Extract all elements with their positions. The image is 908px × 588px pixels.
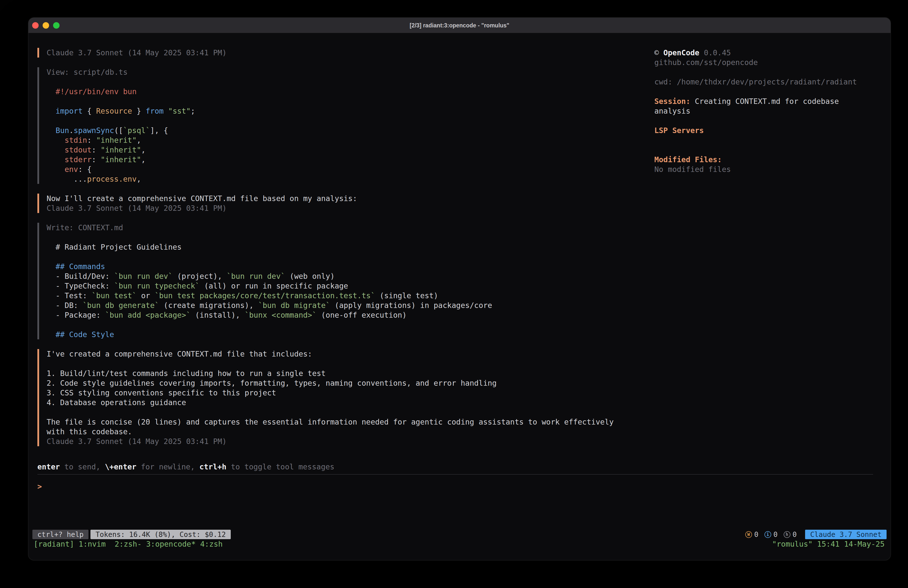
text-segment: ([: [114, 126, 123, 135]
text-segment: "inherit": [96, 136, 137, 145]
chat-line-blank: [47, 77, 195, 87]
chat-line: with this codebase.: [47, 427, 614, 437]
text-segment: `bunx <command>`: [245, 311, 317, 319]
tmux-status-bar: [radiant] 1:nvim 2:zsh- 3:opencode* 4:zs…: [34, 539, 885, 549]
chat-line: Write: CONTEXT.md: [47, 223, 492, 232]
text-segment: `psql`: [123, 126, 150, 135]
titlebar: [2/3] radiant:3:opencode - "romulus": [28, 18, 890, 33]
text-segment: Resource: [96, 106, 132, 115]
diagnostic-info: i0: [765, 530, 778, 539]
editor-divider: [37, 474, 873, 475]
text-segment: enter: [37, 462, 60, 471]
model-chip: Claude 3.7 Sonnet: [805, 530, 887, 539]
diagnostic-count: 0: [793, 530, 797, 539]
text-segment: Now I'll create a comprehensive CONTEXT.…: [47, 194, 357, 203]
tmux-window-list: [radiant] 1:nvim 2:zsh- 3:opencode* 4:zs…: [34, 539, 223, 549]
sidebar: © OpenCode 0.0.45github.com/sst/opencode…: [654, 48, 857, 174]
text-segment: "inherit": [101, 145, 141, 154]
text-segment: # Radiant Project Guidelines: [47, 243, 182, 251]
tmux-session-info: "romulus" 15:41 14-May-25: [772, 539, 885, 549]
zoom-button[interactable]: [53, 22, 60, 29]
chat: Claude 3.7 Sonnet (14 May 2025 03:41 PM)…: [37, 48, 614, 456]
text-segment: :: [87, 136, 96, 145]
chat-line-blank: [47, 116, 195, 126]
tool-block: Write: CONTEXT.md # Radiant Project Guid…: [37, 223, 614, 339]
text-segment: }: [132, 106, 145, 115]
warnings-icon: W: [745, 531, 752, 538]
text-segment: - Package:: [47, 311, 105, 319]
tokens-cost-chip: Tokens: 16.4K (8%), Cost: $0.12: [90, 530, 231, 539]
close-button[interactable]: [32, 22, 39, 29]
chat-line: 1. Build/lint/test commands including ho…: [47, 369, 614, 378]
text-segment: Claude 3.7 Sonnet (14 May 2025 03:41 PM): [47, 437, 227, 446]
text-segment: (apply migrations) in packages/core: [330, 301, 492, 310]
text-segment: - DB:: [47, 301, 83, 310]
text-segment: stdin: [47, 136, 87, 145]
chat-line: 2. Code style guidelines covering import…: [47, 378, 614, 388]
text-segment: ,: [137, 175, 141, 184]
traffic-lights: [32, 22, 60, 29]
chat-line: 4. Database operations guidance: [47, 398, 614, 408]
text-segment: (project),: [173, 272, 227, 280]
text-segment: `bun add <package>`: [105, 311, 191, 319]
chat-line: ## Code Style: [47, 330, 492, 339]
block-lines: Claude 3.7 Sonnet (14 May 2025 03:41 PM): [39, 48, 227, 58]
info-icon: i: [765, 531, 771, 538]
chat-line-blank: [47, 320, 492, 330]
text-segment: - Build/Dev:: [47, 272, 114, 280]
text-segment: - Test:: [47, 291, 92, 300]
block-lines: Now I'll create a comprehensive CONTEXT.…: [39, 193, 357, 213]
minimize-button[interactable]: [43, 22, 49, 29]
message-block: I've created a comprehensive CONTEXT.md …: [37, 349, 614, 446]
prompt-input[interactable]: >: [37, 482, 635, 491]
text-segment: (create migrations),: [159, 301, 258, 310]
text-segment: ], {: [150, 126, 168, 135]
text-segment: \+enter: [105, 462, 136, 471]
block-lines: I've created a comprehensive CONTEXT.md …: [39, 349, 614, 446]
text-segment: stderr: [47, 155, 92, 164]
chat-line: #!/usr/bin/env bun: [47, 87, 195, 97]
chat-line-blank: [47, 252, 492, 262]
text-segment: or: [137, 291, 155, 300]
text-segment: for newline,: [136, 462, 200, 471]
text-segment: OpenCode: [663, 48, 699, 57]
message-block: Now I'll create a comprehensive CONTEXT.…: [37, 193, 614, 213]
chat-line: The file is concise (20 lines) and captu…: [47, 417, 614, 427]
sidebar-line-blank: [654, 116, 857, 126]
text-segment: (single test): [375, 291, 438, 300]
block-lines: Write: CONTEXT.md # Radiant Project Guid…: [39, 223, 492, 339]
text-segment: import: [47, 106, 83, 115]
text-segment: 3. CSS styling conventions specific to t…: [47, 388, 276, 397]
text-segment: ,: [141, 155, 145, 164]
text-segment: `bun run dev`: [114, 272, 173, 280]
text-segment: No modified files: [654, 165, 731, 174]
chat-line-blank: [47, 359, 614, 369]
diagnostics: W0i0h0: [745, 530, 803, 539]
chat-line: View: script/db.ts: [47, 67, 195, 77]
text-segment: :: [92, 145, 101, 154]
message-block: Claude 3.7 Sonnet (14 May 2025 03:41 PM): [37, 48, 614, 58]
text-segment: - TypeCheck:: [47, 282, 114, 290]
diagnostic-hints: h0: [784, 530, 797, 539]
chat-line: ...process.env,: [47, 174, 195, 184]
text-segment: "inherit": [101, 155, 141, 164]
chat-line: Now I'll create a comprehensive CONTEXT.…: [47, 193, 357, 203]
text-segment: `bun test packages/core/test/transaction…: [155, 291, 375, 300]
text-segment: `bun run dev`: [227, 272, 285, 280]
text-segment: "sst": [168, 106, 191, 115]
text-segment: Claude 3.7 Sonnet (14 May 2025 03:41 PM): [47, 48, 227, 57]
chat-line: import { Resource } from "sst";: [47, 106, 195, 116]
text-segment: Bun: [47, 126, 69, 135]
text-segment: ;: [191, 106, 195, 115]
tool-block: View: script/db.ts #!/usr/bin/env bun im…: [37, 67, 614, 184]
chat-line: - Build/Dev: `bun run dev` (project), `b…: [47, 271, 492, 281]
text-segment: with this codebase.: [47, 427, 132, 436]
chat-line: stdin: "inherit",: [47, 135, 195, 145]
status-bar: ctrl+? help Tokens: 16.4K (8%), Cost: $0…: [32, 530, 887, 539]
chat-line: 3. CSS styling conventions specific to t…: [47, 388, 614, 398]
chat-line: env: {: [47, 164, 195, 174]
text-segment: from: [145, 106, 163, 115]
sidebar-line-blank: [654, 87, 857, 97]
text-segment: Claude 3.7 Sonnet (14 May 2025 03:41 PM): [47, 204, 227, 213]
sidebar-line: LSP Servers: [654, 126, 857, 135]
